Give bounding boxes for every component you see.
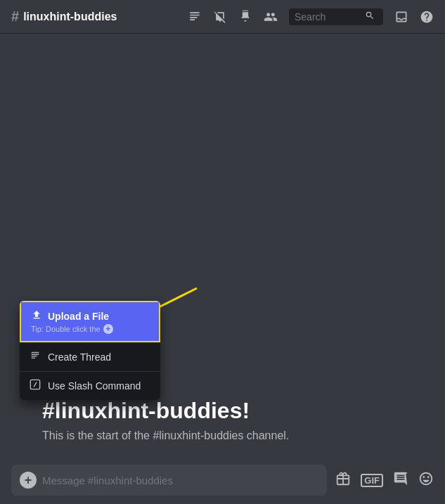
members-icon[interactable] bbox=[264, 10, 278, 24]
add-button[interactable]: + bbox=[20, 472, 37, 489]
slash-command-menu-item[interactable]: Use Slash Command bbox=[20, 372, 160, 400]
gift-icon[interactable] bbox=[335, 471, 351, 490]
upload-file-menu-item[interactable]: Upload a File Tip: Double click the + bbox=[20, 301, 160, 342]
svg-line-1 bbox=[155, 288, 197, 309]
gif-icon[interactable]: GIF bbox=[361, 474, 383, 487]
plus-circle-icon: + bbox=[103, 324, 113, 334]
content-area: # #linuxhint-buddies! This is the start … bbox=[0, 34, 445, 456]
upload-menu: Upload a File Tip: Double click the + Cr… bbox=[20, 301, 160, 400]
thread-icon bbox=[30, 350, 41, 364]
channel-hash-icon: # bbox=[11, 8, 19, 25]
search-input[interactable] bbox=[295, 11, 365, 22]
sticker-icon[interactable] bbox=[393, 471, 408, 490]
upload-tip-text: Tip: Double click the bbox=[31, 325, 101, 333]
inbox-icon[interactable] bbox=[394, 10, 408, 24]
header-icons bbox=[188, 8, 434, 25]
message-input-wrap: + bbox=[11, 465, 327, 496]
message-input[interactable] bbox=[37, 474, 318, 486]
create-thread-label: Create Thread bbox=[48, 351, 111, 363]
channel-name: # linuxhint-buddies bbox=[11, 8, 117, 25]
search-icon bbox=[365, 11, 375, 22]
pin-icon[interactable] bbox=[238, 10, 252, 24]
message-bar: + GIF bbox=[0, 456, 445, 504]
slash-command-label: Use Slash Command bbox=[48, 380, 141, 392]
search-bar[interactable] bbox=[289, 8, 383, 25]
message-bar-icons: GIF bbox=[335, 471, 434, 490]
welcome-title: #linuxhint-buddies! bbox=[42, 398, 431, 424]
channel-name-label: linuxhint-buddies bbox=[23, 11, 117, 23]
header: # linuxhint-buddies bbox=[0, 0, 445, 34]
welcome-description: This is the start of the #linuxhint-budd… bbox=[42, 429, 431, 442]
help-icon[interactable] bbox=[420, 10, 434, 24]
slash-icon bbox=[30, 379, 41, 393]
upload-file-label: Upload a File bbox=[48, 311, 109, 322]
threads-icon[interactable] bbox=[188, 10, 202, 24]
emoji-icon[interactable] bbox=[418, 471, 434, 490]
create-thread-menu-item[interactable]: Create Thread bbox=[20, 343, 160, 371]
mute-icon[interactable] bbox=[213, 10, 227, 24]
upload-icon bbox=[31, 309, 42, 323]
